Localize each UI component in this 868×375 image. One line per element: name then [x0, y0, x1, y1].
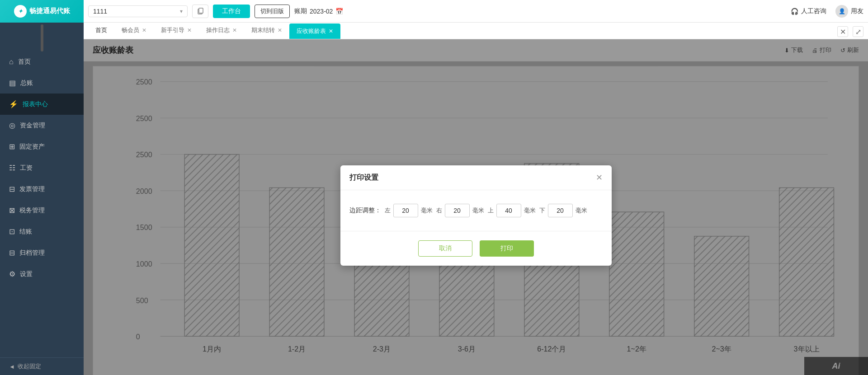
collapse-icon: ◄	[9, 363, 15, 370]
company-name: 1111	[93, 8, 177, 15]
period-label: 账期	[294, 7, 307, 15]
tab-vip-close[interactable]: ✕	[142, 27, 146, 33]
main-layout: ⌂ 首页 ▤ 总账 ⚡ 报表中心 ◎ 资金管理 ⊞ 固定资产 ☷ 工资 ⊟ 发票…	[0, 23, 868, 375]
tab-vip-label: 畅会员	[122, 26, 139, 34]
settings-icon: ⚙	[9, 270, 15, 278]
header-right: 🎧 人工咨询 👤 用友	[791, 5, 863, 18]
top-unit: 毫米	[524, 206, 536, 215]
bottom-input[interactable]	[548, 204, 573, 217]
svg-rect-1	[199, 8, 203, 13]
margin-right-group: 右 毫米	[436, 204, 484, 217]
left-input[interactable]	[393, 204, 418, 217]
sidebar-label-home: 首页	[18, 58, 31, 66]
margin-label: 边距调整：	[349, 206, 381, 215]
top-header: ✦ 畅捷通易代账 1111 ▾ 工作台 切到旧版 账期 2023-02 📅 🎧 …	[0, 0, 868, 23]
sidebar-label-salary: 工资	[20, 164, 33, 172]
modal-title: 打印设置	[349, 173, 378, 183]
logo-area: ✦ 畅捷通易代账	[0, 0, 84, 23]
user-label: 用友	[851, 7, 863, 15]
user-area[interactable]: 👤 用友	[835, 5, 863, 18]
consult-button[interactable]: 🎧 人工咨询	[791, 7, 826, 15]
margin-bottom-group: 下 毫米	[539, 204, 587, 217]
avatar: 👤	[835, 5, 848, 18]
invoice-icon: ⊟	[9, 185, 15, 193]
sidebar-collapse[interactable]: ◄ 收起固定	[0, 357, 84, 375]
tab-aging[interactable]: 应收账龄表 ✕	[289, 23, 340, 39]
sidebar-label-funds: 资金管理	[20, 122, 45, 130]
tab-expand-button[interactable]: ⤢	[853, 26, 863, 37]
tab-aging-label: 应收账龄表	[297, 27, 326, 35]
tab-home[interactable]: 首页	[88, 23, 114, 39]
modal-close-button[interactable]: ✕	[596, 173, 603, 183]
right-label: 右	[436, 206, 442, 215]
print-confirm-button[interactable]: 打印	[480, 240, 534, 257]
left-label: 左	[385, 206, 391, 215]
headset-icon: 🎧	[791, 8, 798, 15]
workbench-button[interactable]: 工作台	[213, 5, 250, 18]
sidebar-item-invoice[interactable]: ⊟ 发票管理	[0, 178, 84, 200]
tab-aging-close[interactable]: ✕	[329, 28, 333, 34]
sidebar-item-funds[interactable]: ◎ 资金管理	[0, 115, 84, 136]
tabs-bar: 首页 畅会员 ✕ 新手引导 ✕ 操作日志 ✕ 期末结转 ✕ 应收账龄表 ✕	[84, 23, 868, 39]
margin-top-group: 上 毫米	[488, 204, 536, 217]
tab-vip[interactable]: 畅会员 ✕	[114, 23, 154, 39]
cancel-button[interactable]: 取消	[418, 240, 472, 257]
sidebar-label-archive: 归档管理	[19, 249, 45, 257]
sidebar-item-tax[interactable]: ⊠ 税务管理	[0, 200, 84, 221]
sidebar-item-ledger[interactable]: ▤ 总账	[0, 72, 84, 94]
tab-oplog[interactable]: 操作日志 ✕	[199, 23, 244, 39]
funds-icon: ◎	[9, 121, 15, 130]
period-area: 账期 2023-02 📅	[294, 7, 343, 15]
copy-button[interactable]	[192, 5, 208, 18]
archive-icon: ⊟	[9, 248, 15, 257]
tab-yearend-close[interactable]: ✕	[278, 27, 282, 33]
bottom-label: 下	[539, 206, 545, 215]
calendar-icon[interactable]: 📅	[335, 8, 343, 15]
tabs-actions: ✕ ⤢	[837, 26, 863, 39]
sidebar-label-tax: 税务管理	[19, 206, 45, 215]
sidebar-item-settings[interactable]: ⚙ 设置	[0, 263, 84, 285]
sidebar: ⌂ 首页 ▤ 总账 ⚡ 报表中心 ◎ 资金管理 ⊞ 固定资产 ☷ 工资 ⊟ 发票…	[0, 23, 84, 375]
tab-yearend-label: 期末结转	[251, 26, 275, 34]
ledger-icon: ▤	[9, 79, 16, 87]
tab-guide[interactable]: 新手引导 ✕	[154, 23, 199, 39]
right-input[interactable]	[445, 204, 470, 217]
margin-form-row: 边距调整： 左 毫米 右 毫米	[349, 204, 603, 217]
tab-guide-close[interactable]: ✕	[187, 27, 192, 33]
margin-left-group: 左 毫米	[385, 204, 433, 217]
sidebar-label-settings: 设置	[20, 270, 33, 278]
print-settings-modal: 打印设置 ✕ 边距调整： 左 毫米 右	[340, 165, 612, 266]
tab-close-button[interactable]: ✕	[837, 26, 848, 37]
period-value: 2023-02	[310, 8, 333, 15]
tax-icon: ⊠	[9, 206, 15, 215]
tab-yearend[interactable]: 期末结转 ✕	[244, 23, 289, 39]
content-area: 首页 畅会员 ✕ 新手引导 ✕ 操作日志 ✕ 期末结转 ✕ 应收账龄表 ✕	[84, 23, 868, 375]
sidebar-item-assets[interactable]: ⊞ 固定资产	[0, 136, 84, 157]
modal-body: 边距调整： 左 毫米 右 毫米	[340, 190, 612, 231]
reports-icon: ⚡	[9, 100, 18, 108]
top-input[interactable]	[496, 204, 521, 217]
sidebar-item-checkout[interactable]: ⊡ 结账	[0, 221, 84, 242]
sidebar-item-archive[interactable]: ⊟ 归档管理	[0, 242, 84, 263]
company-selector[interactable]: 1111 ▾	[88, 5, 188, 17]
right-unit: 毫米	[472, 206, 484, 215]
sidebar-label-ledger: 总账	[20, 79, 33, 87]
tab-oplog-label: 操作日志	[206, 26, 230, 34]
left-unit: 毫米	[421, 206, 433, 215]
sidebar-item-salary[interactable]: ☷ 工资	[0, 157, 84, 178]
logo-icon: ✦	[14, 5, 27, 18]
home-icon: ⌂	[9, 58, 14, 66]
bottom-unit: 毫米	[576, 206, 587, 215]
sidebar-item-home[interactable]: ⌂ 首页	[0, 52, 84, 72]
checkout-icon: ⊡	[9, 227, 15, 236]
modal-overlay: 打印设置 ✕ 边距调整： 左 毫米 右	[84, 39, 868, 375]
tab-oplog-close[interactable]: ✕	[232, 27, 237, 33]
modal-footer: 取消 打印	[340, 231, 612, 266]
modal-header: 打印设置 ✕	[340, 165, 612, 190]
sidebar-label-checkout: 结账	[19, 228, 32, 236]
switch-old-button[interactable]: 切到旧版	[255, 5, 290, 18]
sidebar-label-assets: 固定资产	[19, 143, 45, 151]
tab-guide-label: 新手引导	[161, 26, 184, 34]
tab-home-label: 首页	[95, 26, 107, 34]
sidebar-item-reports[interactable]: ⚡ 报表中心	[0, 94, 84, 115]
